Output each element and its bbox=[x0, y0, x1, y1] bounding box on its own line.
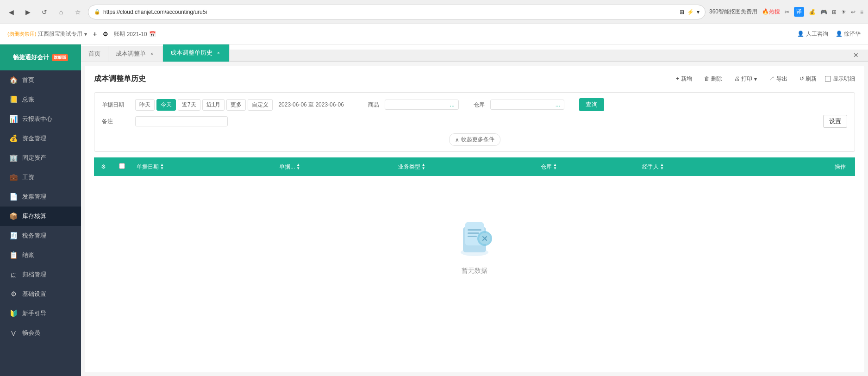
today-btn[interactable]: 今天 bbox=[156, 99, 176, 111]
col-business-type[interactable]: 业务类型 ▲▼ bbox=[393, 157, 535, 176]
query-btn[interactable]: 查询 bbox=[579, 98, 604, 111]
sidebar-label-funds: 资金管理 bbox=[22, 134, 46, 143]
tab-cost-adjustment[interactable]: 成本调整单 × bbox=[108, 46, 163, 62]
col-warehouse-label: 仓库 bbox=[541, 163, 552, 171]
tab-home[interactable]: 首页 bbox=[81, 46, 108, 62]
warehouse-select[interactable]: ... bbox=[490, 100, 564, 110]
consultation-btn[interactable]: 👤 人工咨询 bbox=[797, 30, 828, 38]
grid-icon[interactable]: ⊞ bbox=[832, 9, 837, 15]
tab-cost-history[interactable]: 成本调整单历史 × bbox=[163, 44, 230, 62]
window-close-btn[interactable]: ✕ bbox=[849, 50, 862, 61]
header-checkbox[interactable] bbox=[119, 163, 125, 169]
display-toggle-checkbox[interactable] bbox=[825, 76, 831, 82]
sidebar-item-reports[interactable]: 📊 云报表中心 bbox=[0, 109, 81, 129]
remark-input[interactable] bbox=[135, 116, 228, 126]
sidebar-item-funds[interactable]: 💰 资金管理 bbox=[0, 129, 81, 148]
menu-icon[interactable]: ≡ bbox=[860, 9, 863, 15]
closing-icon: 📋 bbox=[9, 251, 18, 259]
user-avatar[interactable]: 👤 徐泽华 bbox=[836, 30, 861, 38]
warehouse-label: 仓库 bbox=[474, 101, 485, 109]
sidebar-item-closing[interactable]: 📋 结账 bbox=[0, 245, 81, 265]
sun-icon[interactable]: ☀ bbox=[841, 9, 846, 15]
account-period: 账期 2021-10 📅 bbox=[114, 30, 156, 38]
sidebar-item-tax[interactable]: 🧾 税务管理 bbox=[0, 226, 81, 245]
export-btn-label: ↗ 导出 bbox=[769, 75, 787, 83]
sort-arrows-number: ▲▼ bbox=[296, 163, 300, 170]
add-icon[interactable]: + bbox=[93, 30, 97, 38]
col-type-label: 业务类型 bbox=[398, 163, 420, 171]
coin-icon[interactable]: 💰 bbox=[809, 9, 816, 15]
sidebar-label-vip: 畅会员 bbox=[22, 329, 40, 337]
last-month-btn[interactable]: 近1月 bbox=[202, 99, 225, 111]
date-range-input[interactable]: 2023-06-06 至 2023-06-06 bbox=[278, 101, 343, 109]
warehouse-dots: ... bbox=[556, 101, 560, 108]
sidebar-item-inventory[interactable]: 📦 库存核算 bbox=[0, 207, 81, 226]
export-btn[interactable]: ↗ 导出 bbox=[765, 73, 791, 85]
col-gear[interactable]: ⚙ bbox=[94, 157, 112, 176]
tab-history-label: 成本调整单历史 bbox=[170, 49, 212, 57]
col-date[interactable]: 单据日期 ▲▼ bbox=[131, 157, 274, 176]
filter-area: 单据日期 昨天 今天 近7天 近1月 更多 自定义 2023-06-06 至 2… bbox=[94, 92, 855, 152]
company-dropdown-icon: ▾ bbox=[84, 31, 87, 38]
sidebar-label-invoice: 发票管理 bbox=[22, 193, 46, 201]
forward-button[interactable]: ▶ bbox=[21, 6, 34, 19]
sidebar-item-general-ledger[interactable]: 📒 总账 bbox=[0, 90, 81, 109]
address-bar[interactable]: 🔒 https://cloud.chanjet.com/accounting/u… bbox=[88, 5, 706, 19]
refresh-btn[interactable]: ↺ 刷新 bbox=[796, 73, 820, 85]
last7days-btn[interactable]: 近7天 bbox=[178, 99, 200, 111]
salary-icon: 💼 bbox=[9, 173, 18, 182]
game-icon[interactable]: 🎮 bbox=[820, 9, 827, 15]
sidebar-item-settings[interactable]: ⚙ 基础设置 bbox=[0, 284, 81, 304]
svg-rect-5 bbox=[468, 236, 477, 237]
sidebar-item-fixed-assets[interactable]: 🏢 固定资产 bbox=[0, 148, 81, 168]
undo-icon[interactable]: ↩ bbox=[851, 9, 856, 15]
refresh-button[interactable]: ↺ bbox=[38, 6, 51, 19]
col-handler-label: 经手人 bbox=[642, 163, 659, 171]
settings-icon[interactable]: ⚙ bbox=[103, 31, 108, 38]
tab-history-close[interactable]: × bbox=[215, 50, 222, 56]
invoice-icon: 📄 bbox=[9, 193, 18, 201]
display-toggle[interactable]: 显示明细 bbox=[825, 75, 855, 83]
company-selector[interactable]: (勿删勿禁用) 江西服宝测试专用 ▾ bbox=[7, 30, 87, 38]
print-btn[interactable]: 🖨 打印 ▾ bbox=[731, 73, 761, 85]
sidebar-item-vip[interactable]: V 畅会员 bbox=[0, 323, 81, 343]
collapse-btn[interactable]: ∧ 收起更多条件 bbox=[449, 133, 500, 146]
setting-btn[interactable]: 设置 bbox=[823, 115, 847, 128]
col-actions: 操作 bbox=[759, 157, 855, 176]
sidebar-item-guide[interactable]: 🔰 新手引导 bbox=[0, 304, 81, 323]
page-header: 成本调整单历史 + 新增 🗑 删除 🖨 打印 ▾ ↗ bbox=[94, 73, 855, 85]
sidebar-label-closing: 结账 bbox=[22, 251, 34, 259]
browser-toolbar: 360智能抠图免费用 🔥热搜 ✂ 译 💰 🎮 ⊞ ☀ ↩ ≡ bbox=[709, 7, 863, 17]
col-checkbox[interactable] bbox=[112, 157, 131, 176]
translate-icon[interactable]: 译 bbox=[794, 7, 804, 17]
empty-icon bbox=[451, 213, 498, 259]
building-icon: 🏢 bbox=[9, 154, 18, 162]
scissors-icon[interactable]: ✂ bbox=[785, 9, 789, 15]
home-icon: 🏠 bbox=[9, 76, 18, 84]
goods-select[interactable]: ... bbox=[385, 100, 459, 110]
col-handler[interactable]: 经手人 ▲▼ bbox=[637, 157, 759, 176]
filter-row-remark: 备注 设置 bbox=[102, 115, 847, 128]
custom-btn[interactable]: 自定义 bbox=[248, 99, 273, 111]
more-btn[interactable]: 更多 bbox=[226, 99, 246, 111]
col-number[interactable]: 单据... ▲▼ bbox=[274, 157, 392, 176]
filter-row-date: 单据日期 昨天 今天 近7天 近1月 更多 自定义 2023-06-06 至 2… bbox=[102, 98, 847, 111]
sidebar-item-home[interactable]: 🏠 首页 bbox=[0, 70, 81, 90]
vip-icon: V bbox=[9, 329, 18, 337]
delete-btn[interactable]: 🗑 删除 bbox=[700, 73, 726, 85]
search-bar-label: 360智能抠图免费用 bbox=[709, 8, 757, 16]
home-button[interactable]: ⌂ bbox=[55, 6, 68, 19]
sort-arrows-type: ▲▼ bbox=[422, 163, 425, 170]
date-filter-label: 单据日期 bbox=[102, 101, 130, 109]
col-warehouse[interactable]: 仓库 ▲▼ bbox=[535, 157, 637, 176]
calendar-icon[interactable]: 📅 bbox=[149, 31, 156, 38]
sidebar-item-invoice[interactable]: 📄 发票管理 bbox=[0, 187, 81, 207]
star-button[interactable]: ☆ bbox=[71, 6, 84, 19]
sidebar-item-archive[interactable]: 🗂 归档管理 bbox=[0, 265, 81, 284]
back-button[interactable]: ◀ bbox=[5, 6, 18, 19]
sidebar-item-salary[interactable]: 💼 工资 bbox=[0, 168, 81, 187]
yesterday-btn[interactable]: 昨天 bbox=[135, 99, 155, 111]
page-actions: + 新增 🗑 删除 🖨 打印 ▾ ↗ 导出 ↺ bbox=[672, 73, 855, 85]
tab-cost-close[interactable]: × bbox=[149, 50, 155, 57]
new-btn[interactable]: + 新增 bbox=[672, 73, 695, 85]
